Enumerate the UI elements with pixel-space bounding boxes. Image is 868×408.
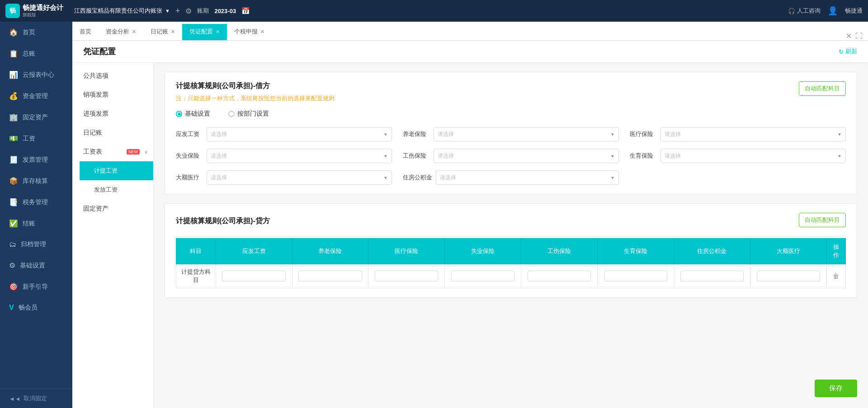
label-maternity: 生育保险: [630, 152, 657, 160]
save-button[interactable]: 保存: [815, 380, 857, 397]
support-button[interactable]: 🎧 人工咨询: [788, 7, 821, 15]
sidebar-item-vip[interactable]: V 畅会员: [0, 297, 72, 318]
col-header-injury: 工伤保险: [521, 239, 598, 264]
tab-label: 资金分析: [106, 28, 129, 36]
cell-medical-input[interactable]: [368, 264, 445, 288]
select-gross-salary[interactable]: 请选择 ▼: [207, 127, 392, 141]
maximize-icon[interactable]: ⛶: [855, 32, 863, 40]
nav-public-options[interactable]: 公共选项: [72, 66, 153, 85]
sidebar-item-assets[interactable]: 🏢 固定资产: [0, 107, 72, 128]
nav-journal[interactable]: 日记账: [72, 123, 153, 142]
sidebar-item-close[interactable]: ✅ 结账: [0, 213, 72, 234]
select-housing-fund[interactable]: 请选择 ▼: [436, 170, 619, 185]
cell-maternity-input[interactable]: [598, 264, 674, 288]
input-medical[interactable]: [375, 271, 438, 281]
sidebar-item-archive[interactable]: 🗂 归档管理: [0, 234, 72, 255]
sidebar-item-label: 资金管理: [23, 92, 48, 100]
radio-dept-settings[interactable]: 按部门设置: [228, 110, 269, 118]
close-accounts-icon: ✅: [9, 219, 18, 228]
delete-row-icon[interactable]: 🗑: [833, 272, 839, 280]
select-medical[interactable]: 请选择 ▼: [660, 127, 846, 141]
headset-icon: 🎧: [788, 8, 795, 14]
add-tab-button[interactable]: +: [175, 6, 180, 16]
logo-area: 畅 畅捷通好会计 旗舰版: [5, 4, 69, 18]
input-housing[interactable]: [680, 271, 744, 281]
page-title: 凭证配置: [83, 46, 116, 57]
tab-home[interactable]: 首页: [72, 24, 99, 40]
cell-unemployment-input[interactable]: [445, 264, 521, 288]
table-row: 计提贷方科目 🗑: [176, 264, 846, 288]
settings-menu-icon: ⚙: [9, 261, 15, 270]
settings-icon[interactable]: ⚙: [185, 7, 192, 15]
select-arrow-icon: ▼: [610, 132, 615, 137]
company-name: 江西服宝精品有限责任公司内账张: [74, 7, 162, 15]
nav-payroll-disbursement[interactable]: 发放工资: [80, 180, 153, 199]
sidebar-item-tax[interactable]: 📑 税务管理: [0, 192, 72, 213]
auto-match-credit-button[interactable]: 自动匹配科目: [799, 213, 846, 227]
col-header-unemployment: 失业保险: [445, 239, 521, 264]
input-maternity[interactable]: [604, 271, 667, 281]
cell-housing-input[interactable]: [674, 264, 750, 288]
tab-tax-report[interactable]: 个税申报 ✕: [227, 24, 272, 40]
auto-match-debit-button[interactable]: 自动匹配科目: [799, 81, 846, 96]
cell-pension-input[interactable]: [292, 264, 368, 288]
sidebar-item-home[interactable]: 🏠 首页: [0, 22, 72, 43]
input-pension[interactable]: [298, 271, 362, 281]
close-tab-icon[interactable]: ✕: [846, 32, 852, 40]
nav-sales-invoice[interactable]: 销项发票: [72, 85, 153, 104]
select-maternity[interactable]: 请选择 ▼: [660, 149, 846, 163]
cell-injury-input[interactable]: [521, 264, 598, 288]
tab-funds-analysis[interactable]: 资金分析 ✕: [99, 24, 143, 40]
main-layout: 🏠 首页 📋 总账 📊 云报表中心 💰 资金管理 🏢 固定资产 💵 工资 🧾 发…: [0, 22, 868, 408]
sidebar-item-guide[interactable]: 🎯 新手引导: [0, 276, 72, 297]
unpin-button[interactable]: ◄◄ 取消固定: [0, 389, 72, 408]
company-selector[interactable]: 江西服宝精品有限责任公司内账张 ▼: [74, 7, 170, 15]
nav-payroll-accrual[interactable]: 计提工资: [80, 161, 153, 180]
input-major-medical[interactable]: [757, 271, 820, 281]
select-major-medical[interactable]: 请选择 ▼: [207, 170, 392, 185]
select-arrow-icon: ▼: [383, 154, 388, 159]
sidebar-item-label: 发票管理: [23, 156, 48, 164]
nav-purchase-invoice[interactable]: 进项发票: [72, 104, 153, 123]
debit-form-grid: 应发工资 请选择 ▼ 养老保险 请选择 ▼: [176, 127, 846, 185]
input-unemployment[interactable]: [451, 271, 514, 281]
tab-bar: 首页 资金分析 ✕ 日记账 ✕ 凭证配置 ✕ 个税申报 ✕ ✕ ⛶: [72, 22, 868, 41]
form-area: 计提核算规则(公司承担)-借方 注：只能选择一种方式，系统将按照您当前的选择来配…: [154, 63, 868, 408]
select-unemployment[interactable]: 请选择 ▼: [207, 149, 392, 163]
tab-close-icon[interactable]: ✕: [132, 29, 136, 35]
sidebar-item-label: 归档管理: [21, 240, 46, 249]
nav-payroll-table[interactable]: 工资表 NEW ∨: [72, 142, 153, 161]
tab-close-icon[interactable]: ✕: [216, 29, 220, 35]
archive-icon: 🗂: [9, 240, 16, 249]
calendar-icon[interactable]: 📅: [241, 7, 250, 15]
debit-section-note: 注：只能选择一种方式，系统将按照您当前的选择来配置规则: [176, 94, 335, 103]
select-pension[interactable]: 请选择 ▼: [434, 127, 619, 141]
input-injury[interactable]: [528, 271, 591, 281]
cell-major-medical-input[interactable]: [750, 264, 826, 288]
form-row-gross-salary: 应发工资 请选择 ▼: [176, 127, 392, 141]
tab-close-icon[interactable]: ✕: [171, 29, 175, 35]
tab-voucher-config[interactable]: 凭证配置 ✕: [182, 24, 227, 40]
sidebar-item-settings[interactable]: ⚙ 基础设置: [0, 255, 72, 276]
sidebar-item-salary[interactable]: 💵 工资: [0, 128, 72, 149]
tab-label: 凭证配置: [189, 28, 213, 36]
cell-delete[interactable]: 🗑: [826, 264, 845, 288]
tab-close-icon[interactable]: ✕: [260, 29, 264, 35]
select-injury[interactable]: 请选择 ▼: [434, 149, 619, 163]
username: 畅捷通: [845, 7, 863, 15]
label-pension: 养老保险: [403, 130, 430, 138]
nav-fixed-assets[interactable]: 固定资产: [72, 199, 153, 218]
refresh-icon: ↻: [839, 48, 844, 55]
cell-gross-input[interactable]: [216, 264, 292, 288]
home-icon: 🏠: [9, 28, 18, 37]
sidebar-item-ledger[interactable]: 📋 总账: [0, 43, 72, 64]
sidebar-item-funds[interactable]: 💰 资金管理: [0, 85, 72, 107]
tab-journal[interactable]: 日记账 ✕: [143, 24, 182, 40]
sidebar-item-reports[interactable]: 📊 云报表中心: [0, 64, 72, 85]
input-gross[interactable]: [222, 271, 285, 281]
radio-basic-settings[interactable]: 基础设置: [176, 110, 210, 118]
company-dropdown-icon[interactable]: ▼: [165, 8, 170, 14]
sidebar-item-invoice[interactable]: 🧾 发票管理: [0, 149, 72, 170]
refresh-button[interactable]: ↻ 刷新: [839, 47, 857, 56]
sidebar-item-inventory[interactable]: 📦 库存核算: [0, 170, 72, 192]
